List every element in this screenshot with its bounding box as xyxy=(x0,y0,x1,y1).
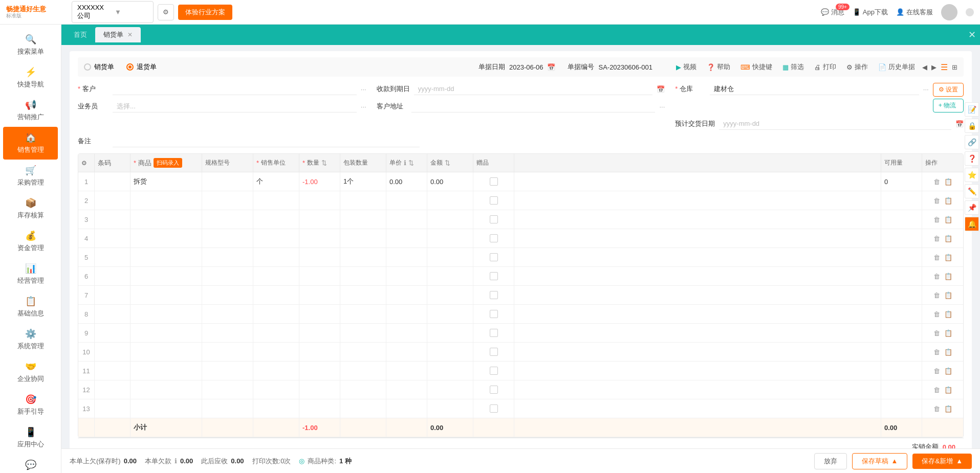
td-gift[interactable] xyxy=(473,172,514,191)
col-available: 可用量 xyxy=(881,154,922,172)
td-qty[interactable]: -1.00 xyxy=(299,172,340,191)
sidebar-item-marketing[interactable]: 📢 营销推广 xyxy=(0,94,61,127)
td-barcode[interactable] xyxy=(95,172,130,191)
remark-input[interactable] xyxy=(113,135,420,147)
discard-button[interactable]: 放弃 xyxy=(814,453,847,469)
float-link-btn[interactable]: 🔗 xyxy=(965,135,979,149)
col-gift: 赠品 xyxy=(473,154,514,172)
td-spec[interactable] xyxy=(202,172,253,191)
delivery-calendar-icon[interactable]: 📅 xyxy=(955,120,964,128)
shortcut-btn[interactable]: ⌨ 快捷键 xyxy=(737,61,775,73)
copy-icon[interactable]: 📋 xyxy=(944,291,952,299)
setup-button[interactable]: ⚙ 设置 xyxy=(933,83,964,97)
close-all-icon[interactable]: ✕ xyxy=(968,29,976,40)
view-grid-icon[interactable]: ⊞ xyxy=(952,63,957,71)
customer-more-icon[interactable]: ··· xyxy=(361,85,366,93)
delete-icon[interactable]: 🗑 xyxy=(933,291,940,299)
trial-button[interactable]: 体验行业方案 xyxy=(178,5,232,20)
copy-icon[interactable]: 📋 xyxy=(944,329,952,337)
float-orange-btn[interactable]: 🔔 xyxy=(965,217,979,231)
view-list-icon[interactable]: ☰ xyxy=(941,62,948,72)
tab-close-icon[interactable]: ✕ xyxy=(127,31,133,38)
app-download-btn[interactable]: 📱 App下载 xyxy=(853,8,888,17)
delete-icon[interactable]: 🗑 xyxy=(933,405,940,413)
sidebar-item-sales[interactable]: 🏠 销售管理 xyxy=(3,127,58,160)
user-avatar[interactable] xyxy=(941,4,957,20)
sidebar-item-basics[interactable]: 📋 基础信息 xyxy=(0,290,61,323)
sidebar-item-purchase[interactable]: 🛒 采购管理 xyxy=(0,160,61,192)
delivery-date-input[interactable] xyxy=(719,118,951,130)
radio-return[interactable]: 退货单 xyxy=(126,62,157,72)
filter-btn[interactable]: ▦ 筛选 xyxy=(779,61,807,73)
copy-icon[interactable]: 📋 xyxy=(944,178,952,186)
company-selector[interactable]: XXXXXX公司 ▼ xyxy=(72,1,154,23)
sidebar-item-finance[interactable]: 💰 资金管理 xyxy=(0,225,61,258)
calendar-icon[interactable]: 📅 xyxy=(547,63,555,71)
copy-icon[interactable]: 📋 xyxy=(944,386,952,394)
sidebar-item-wechat[interactable]: 💬 企业微信 xyxy=(0,454,61,473)
delete-icon[interactable]: 🗑 xyxy=(933,386,940,394)
copy-icon[interactable]: 📋 xyxy=(944,348,952,356)
online-service-btn[interactable]: 👤 在线客服 xyxy=(896,8,933,17)
delete-icon[interactable]: 🗑 xyxy=(933,273,940,280)
float-help-btn[interactable]: ❓ xyxy=(965,151,979,166)
float-star-btn[interactable]: ⭐ xyxy=(965,168,979,182)
delete-icon[interactable]: 🗑 xyxy=(933,310,940,318)
payment-due-calendar-icon[interactable]: 📅 xyxy=(657,85,665,93)
float-edit-btn[interactable]: ✏️ xyxy=(965,184,979,198)
float-pin-btn[interactable]: 📌 xyxy=(965,200,979,215)
sidebar-item-inventory[interactable]: 📦 库存核算 xyxy=(0,192,61,225)
nav-prev-icon[interactable]: ◀ xyxy=(922,63,927,71)
copy-icon[interactable]: 📋 xyxy=(944,405,952,413)
float-lock-btn[interactable]: 🔒 xyxy=(965,119,979,133)
delete-icon[interactable]: 🗑 xyxy=(933,348,940,356)
delete-icon[interactable]: 🗑 xyxy=(933,216,940,223)
customer-input[interactable] xyxy=(113,83,357,95)
td-unit-price[interactable]: 0.00 xyxy=(386,172,427,191)
delete-icon[interactable]: 🗑 xyxy=(933,235,940,242)
customer-addr-input[interactable] xyxy=(411,100,656,112)
scan-barcode-button[interactable]: 扫码录入 xyxy=(154,158,182,168)
sidebar-item-search[interactable]: 🔍 搜索菜单 xyxy=(0,29,61,61)
salesman-input[interactable] xyxy=(113,100,357,112)
float-note-btn[interactable]: 📝 xyxy=(965,102,979,117)
sidebar-item-operations[interactable]: 📊 经营管理 xyxy=(0,258,61,290)
radio-sales[interactable]: 销货单 xyxy=(84,62,114,72)
sidebar-item-guide[interactable]: 🎯 新手引导 xyxy=(0,389,61,421)
operation-btn[interactable]: ⚙ 操作 xyxy=(843,61,871,73)
copy-icon[interactable]: 📋 xyxy=(944,254,952,261)
warehouse-input[interactable] xyxy=(710,83,919,95)
save-new-button[interactable]: 保存&新增 ▲ xyxy=(912,454,972,469)
history-btn[interactable]: 📄 历史单据 xyxy=(875,61,918,73)
copy-icon[interactable]: 📋 xyxy=(944,197,952,205)
settings-gear-icon[interactable]: ⚙ xyxy=(158,4,174,20)
message-btn[interactable]: 💬 消息 99+ xyxy=(821,8,844,17)
user-avatar-2[interactable] xyxy=(966,8,974,16)
copy-icon[interactable]: 📋 xyxy=(944,273,952,280)
salesman-more-icon[interactable]: ··· xyxy=(361,103,366,110)
sidebar-item-enterprise[interactable]: 🤝 企业协同 xyxy=(0,356,61,389)
copy-icon[interactable]: 📋 xyxy=(944,216,952,223)
addr-more-icon[interactable]: ··· xyxy=(659,103,665,110)
logistics-button[interactable]: + 物流 xyxy=(933,99,964,112)
save-draft-button[interactable]: 保存草稿 ▲ xyxy=(852,453,908,469)
warehouse-more-icon[interactable]: ··· xyxy=(923,85,929,93)
tab-home[interactable]: 首页 xyxy=(66,27,95,42)
sidebar-item-system[interactable]: ⚙️ 系统管理 xyxy=(0,323,61,356)
delete-icon[interactable]: 🗑 xyxy=(933,254,940,261)
tab-sales-order[interactable]: 销货单 ✕ xyxy=(95,27,141,42)
help-btn[interactable]: ❓ 帮助 xyxy=(704,61,733,73)
delete-icon[interactable]: 🗑 xyxy=(933,178,940,186)
copy-icon[interactable]: 📋 xyxy=(944,235,952,242)
video-btn[interactable]: ▶ 视频 xyxy=(673,61,700,73)
delete-icon[interactable]: 🗑 xyxy=(933,197,940,205)
delete-icon[interactable]: 🗑 xyxy=(933,367,940,375)
copy-icon[interactable]: 📋 xyxy=(944,310,952,318)
delete-icon[interactable]: 🗑 xyxy=(933,329,940,337)
copy-icon[interactable]: 📋 xyxy=(944,367,952,375)
sidebar-item-appstore[interactable]: 📱 应用中心 xyxy=(0,421,61,454)
print-btn[interactable]: 🖨 打印 xyxy=(811,61,839,73)
sidebar-item-quick[interactable]: ⚡ 快捷导航 xyxy=(0,61,61,94)
payment-due-input[interactable] xyxy=(414,83,653,95)
nav-next-icon[interactable]: ▶ xyxy=(931,63,937,71)
